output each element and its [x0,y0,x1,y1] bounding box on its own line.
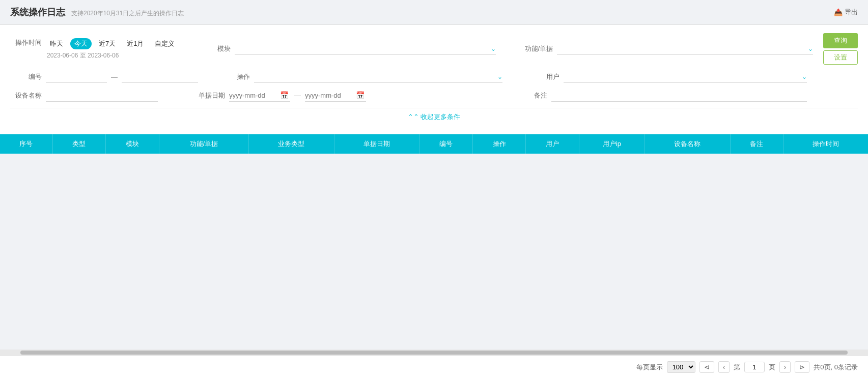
device-input[interactable] [46,90,158,102]
page-header: 系统操作日志 支持2020年10月31日之后产生的操作日志 📤 导出 [0,0,868,25]
col-remark: 备注 [730,134,783,154]
page-size-label: 每页显示 [636,363,663,372]
time-btn-yesterday[interactable]: 昨天 [46,38,67,49]
col-biz-type: 业务类型 [249,134,334,154]
col-number: 编号 [419,134,472,154]
date-from-input[interactable] [229,92,280,99]
prev-page-button[interactable]: ‹ [718,361,730,373]
time-btn-custom[interactable]: 自定义 [151,38,179,49]
function-label: 功能/单据 [516,44,557,53]
col-index: 序号 [0,134,52,154]
page-suffix: 页 [769,363,775,372]
number-label: 编号 [10,72,46,81]
time-filter: 昨天 今天 近7天 近1月 自定义 2023-06-06 至 2023-06-0… [46,38,179,60]
module-label: 模块 [199,44,235,53]
col-voucher-date: 单据日期 [334,134,419,154]
last-page-button[interactable]: ⊳ [795,361,809,373]
filter-row-1: 操作时间 昨天 今天 近7天 近1月 自定义 2023-06-06 至 2023… [10,33,858,65]
number-separator: — [111,73,118,81]
col-device: 设备名称 [645,134,730,154]
export-label: 导出 [845,8,858,17]
time-label: 操作时间 [10,38,46,47]
operation-select[interactable]: ⌄ [254,71,502,83]
collapse-icon: ⌃⌃ [408,113,421,121]
time-btn-7days[interactable]: 近7天 [95,38,120,49]
collapse-bar[interactable]: ⌃⌃ 收起更多条件 [10,108,858,126]
scrollbar-thumb[interactable] [20,351,848,355]
table-container: 序号 类型 模块 功能/单据 业务类型 单据日期 编号 操作 用户 用户ip 设… [0,134,868,350]
col-op-time: 操作时间 [783,134,868,154]
remark-input[interactable] [551,90,807,102]
calendar-to-icon[interactable]: 📅 [356,91,365,99]
operation-label: 操作 [218,72,254,81]
page-label: 第 [734,363,740,372]
pagination-summary: 共0页, 0条记录 [814,363,858,372]
col-user: 用户 [526,134,579,154]
col-function: 功能/单据 [159,134,248,154]
table-header: 序号 类型 模块 功能/单据 业务类型 单据日期 编号 操作 用户 用户ip 设… [0,134,868,154]
query-button[interactable]: 查询 [823,33,858,48]
number-to-input[interactable] [122,71,198,83]
page-subtitle: 支持2020年10月31日之后产生的操作日志 [71,9,184,18]
filter-row-3: 设备名称 单据日期 📅 — 📅 备注 [10,89,858,102]
export-icon: 📤 [834,8,843,16]
page-number-input[interactable] [744,362,765,372]
page-size-select[interactable]: 100 50 200 [667,361,695,373]
collapse-label: 收起更多条件 [421,113,460,121]
col-operation: 操作 [472,134,525,154]
first-page-button[interactable]: ⊲ [699,361,714,373]
pagination: 每页显示 100 50 200 ⊲ ‹ 第 页 › ⊳ 共0页, 0条记录 [0,356,868,378]
col-user-ip: 用户ip [579,134,645,154]
device-label: 设备名称 [10,91,46,100]
horizontal-scrollbar[interactable] [0,350,868,356]
number-from-input[interactable] [46,71,107,83]
filter-row-2: 编号 — 操作 ⌄ 用户 ⌄ [10,71,858,83]
date-separator: — [294,92,301,99]
date-to-input[interactable] [305,92,356,99]
remark-label: 备注 [511,91,551,100]
operation-chevron-icon: ⌄ [497,73,502,80]
action-buttons: 查询 设置 [823,33,858,65]
calendar-from-icon[interactable]: 📅 [280,91,289,99]
export-button[interactable]: 📤 导出 [834,8,858,17]
user-select[interactable]: ⌄ [564,71,807,83]
settings-button[interactable]: 设置 [823,50,858,65]
voucher-date-label: 单据日期 [193,91,229,100]
function-select[interactable]: ⌄ [557,43,813,55]
date-to-wrap: 📅 [305,89,366,102]
module-chevron-icon: ⌄ [491,45,496,52]
module-select[interactable]: ⌄ [235,43,496,55]
data-table: 序号 类型 模块 功能/单据 业务类型 单据日期 编号 操作 用户 用户ip 设… [0,134,868,154]
time-range: 2023-06-06 至 2023-06-06 [46,51,179,60]
col-module: 模块 [106,134,159,154]
date-from-wrap: 📅 [229,89,290,102]
function-chevron-icon: ⌄ [808,45,813,52]
filter-area: 操作时间 昨天 今天 近7天 近1月 自定义 2023-06-06 至 2023… [0,25,868,134]
col-type: 类型 [52,134,105,154]
page-title: 系统操作日志 [10,6,65,18]
time-btn-today[interactable]: 今天 [70,38,92,49]
user-label: 用户 [523,72,564,81]
next-page-button[interactable]: › [779,361,791,373]
user-chevron-icon: ⌄ [802,73,807,80]
time-btn-1month[interactable]: 近1月 [123,38,148,49]
